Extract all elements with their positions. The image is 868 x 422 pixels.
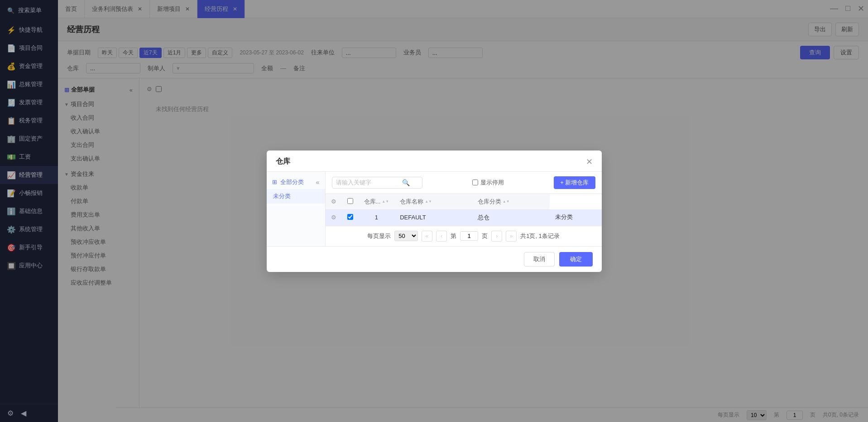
modal-per-page-select[interactable]: 5020100 [394,231,418,241]
modal-first-page-button[interactable]: « [422,231,432,242]
show-disabled-label: 显示停用 [480,179,504,187]
modal-toolbar: 🔍 显示停用 + 新增仓库 [326,172,602,194]
modal-prev-page-button[interactable]: ‹ [436,231,447,242]
modal-page-suffix: 页 [482,232,488,240]
gear-col-header: ⚙ [326,194,342,210]
row-category: 未分类 [550,209,601,225]
all-categories-label: ⊞ 全部分类 [272,178,304,186]
modal-search-input[interactable] [336,179,399,186]
panel-collapse-icon[interactable]: « [316,179,320,186]
modal-pagination: 每页显示 5020100 « ‹ 第 页 › » 共1页, 1条记录 [326,226,602,246]
modal-left-header: ⊞ 全部分类 « [267,175,325,189]
row-checkbox[interactable] [347,214,353,220]
gear-icon[interactable]: ⚙ [331,198,336,205]
modal-per-page-label: 每页显示 [367,232,391,240]
modal-overlay: 仓库 ✕ ⊞ 全部分类 « 未分类 [0,0,868,422]
table-row[interactable]: ⚙ 1 DEFAULT 总仓 未分类 [326,209,602,225]
modal-last-page-button[interactable]: » [506,231,517,242]
category-icon: ⊞ [272,179,277,185]
show-disabled-checkbox[interactable] [472,179,478,185]
sort-icon-category[interactable]: ▲▼ [503,200,510,204]
modal-header: 仓库 ✕ [267,150,602,172]
modal-close-button[interactable]: ✕ [586,157,593,167]
modal-search-icon: 🔍 [402,179,410,186]
modal-body: ⊞ 全部分类 « 未分类 🔍 显示停用 [267,172,602,246]
row-id: DEFAULT [394,209,472,225]
modal-search-box[interactable]: 🔍 [332,177,422,189]
modal-page-input[interactable] [460,231,478,241]
row-checkbox-cell[interactable] [342,209,359,225]
warehouse-modal: 仓库 ✕ ⊞ 全部分类 « 未分类 [267,150,602,272]
modal-next-page-button[interactable]: › [491,231,502,242]
modal-table: ⚙ 仓库... ▲▼ [326,194,602,226]
modal-page-label: 第 [451,232,456,240]
row-name: 总仓 [472,209,550,225]
modal-title: 仓库 [276,157,290,166]
warehouse-num-header: 仓库... ▲▼ [359,194,395,210]
modal-right-panel: 🔍 显示停用 + 新增仓库 ⚙ [326,172,602,246]
check-col-header [342,194,359,210]
sort-icon-name[interactable]: ▲▼ [425,200,432,204]
show-disabled-checkbox-label: 显示停用 [472,179,504,187]
modal-footer: 取消 确定 [267,246,602,272]
row-num: 1 [359,209,395,225]
select-all-modal-checkbox[interactable] [347,198,353,204]
cancel-button[interactable]: 取消 [524,252,555,267]
sort-icon-num[interactable]: ▲▼ [382,200,389,204]
modal-total-label: 共1页, 1条记录 [520,232,560,240]
confirm-button[interactable]: 确定 [559,252,593,267]
warehouse-name-header: 仓库名称 ▲▼ [394,194,472,210]
add-warehouse-button[interactable]: + 新增仓库 [554,176,595,189]
warehouse-category-header: 仓库分类 ▲▼ [472,194,550,210]
modal-category-uncategorized[interactable]: 未分类 [267,189,325,204]
modal-left-panel: ⊞ 全部分类 « 未分类 [267,172,326,246]
row-gear[interactable]: ⚙ [326,209,342,225]
